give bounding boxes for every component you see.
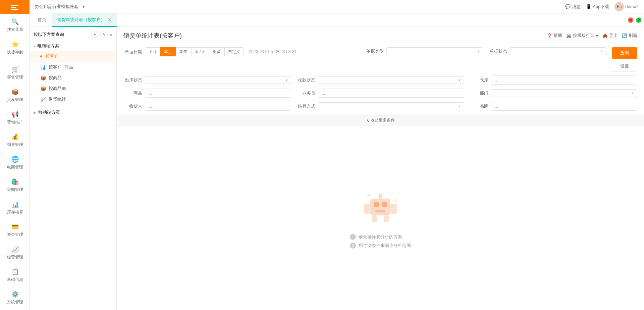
sidebar-item-quick-nav[interactable]: ⭐ 快捷导航 — [0, 37, 30, 59]
goods-select[interactable]: ... — [145, 89, 291, 98]
receiver-select[interactable]: ... — [145, 102, 291, 111]
doc-type-arrow-icon: ▾ — [478, 49, 479, 53]
settings-button[interactable]: 设置 — [612, 61, 637, 71]
print-button[interactable]: 🖨️ 按模板打印 ▾ — [566, 33, 598, 39]
date-btn-last-month[interactable]: 上月 — [145, 47, 160, 56]
doc-type-label: 单据类型 — [365, 48, 384, 54]
collapse-panel-button[interactable]: « — [110, 32, 112, 37]
topbar-title: 办公用品行业模拟账套 — [35, 4, 78, 10]
sales-mgmt-icon: 💰 — [11, 133, 19, 141]
user-profile-button[interactable]: Ea demo2 — [614, 2, 639, 11]
sidebar-item-marketing[interactable]: 📢 营销推广 — [0, 107, 30, 129]
export-button[interactable]: 📤 导出 — [602, 33, 618, 39]
goods-icon: 📦 — [40, 75, 46, 81]
purchase-mgmt-icon: 🛍️ — [11, 178, 19, 186]
tree-item-by-customer-goods-label: 按客户+商品 — [49, 64, 73, 70]
finance-mgmt-icon: 💳 — [11, 223, 19, 230]
tab-close-button[interactable]: ✕ — [108, 17, 112, 22]
payment-method-select[interactable]: ▾ — [318, 102, 464, 110]
warehouse-label: 仓库 — [470, 77, 488, 83]
collapse-bar[interactable]: ∧ 收起更多条件 — [117, 115, 644, 125]
tab-sales-stats[interactable]: 销货单统计表（按客户） ✕ — [52, 13, 117, 27]
sidebar-item-search-menu[interactable]: 🔍 搜索菜单 — [0, 14, 30, 37]
tree-item-by-customer-goods[interactable]: 📊 按客户+商品 — [30, 62, 116, 72]
sidebar-item-purchase-mgmt[interactable]: 🛍️ 采购管理 — [0, 174, 30, 197]
empty-tips: 1 请先选择要分析的方案 2 用过滤条件来缩小分析范围 — [350, 234, 411, 249]
tree-item-return-stats-label: 退货统计 — [49, 96, 66, 102]
page-header: 销货单统计表(按客户) ❓ 帮助 🖨️ 按模板打印 ▾ 📤 导出 — [117, 27, 644, 43]
inventory-check-icon: 📊 — [11, 201, 19, 208]
tree-group-desktop-label: 电脑端方案 — [37, 43, 59, 49]
doc-status-label: 单据状态 — [488, 48, 507, 54]
sidebar-item-finance-mgmt[interactable]: 💳 资金管理 — [0, 219, 30, 242]
tree-group-mobile-header[interactable]: ▶ 移动端方案 — [30, 107, 116, 117]
sidebar-item-operation-mgmt[interactable]: 📈 经营管理 — [0, 242, 30, 264]
salesman-label: 业务员 — [297, 90, 315, 96]
sidebar-item-basic-info[interactable]: 📋 基础信息 — [0, 264, 30, 287]
warehouse-select[interactable]: ... — [491, 75, 637, 85]
out-status-select[interactable]: ▾ — [145, 76, 291, 84]
marketing-icon: 📢 — [11, 111, 19, 118]
sidebar: 🔍 搜索菜单 ⭐ 快捷导航 🛒 零售管理 📦 批发管理 📢 营销推广 💰 销售管… — [0, 0, 30, 310]
dept-select[interactable]: ▾ — [491, 89, 637, 97]
tree-item-by-goods-99-label: 按商品99 — [49, 86, 66, 92]
payment-arrow-icon: ▾ — [459, 104, 461, 108]
content-area: 按以下方案查询 + ✎ « ▾ 电脑端方案 按客户 📊 按客 — [30, 27, 644, 310]
help-button[interactable]: ❓ 帮助 — [547, 33, 562, 39]
tree-item-by-goods[interactable]: 📦 按商品 — [30, 72, 116, 83]
dept-label: 部门 — [470, 90, 488, 96]
main-area: 办公用品行业模拟账套 ▾ 💬 消息 📱 App下载 Ea demo2 首页 — [30, 0, 644, 310]
sidebar-item-ecommerce-mgmt[interactable]: 🌐 电商管理 — [0, 152, 30, 174]
date-btn-this-year[interactable]: 本年 — [176, 47, 191, 56]
print-dropdown-icon: ▾ — [596, 33, 598, 38]
topbar-dropdown[interactable]: ▾ — [83, 4, 85, 9]
topbar-right: 💬 消息 📱 App下载 Ea demo2 — [565, 2, 639, 11]
refresh-button[interactable]: 🔄 刷新 — [622, 33, 637, 39]
salesman-select[interactable]: ... — [318, 89, 464, 98]
sidebar-item-retail-mgmt[interactable]: 🛒 零售管理 — [0, 62, 30, 84]
sidebar-item-sales-mgmt[interactable]: 💰 销售管理 — [0, 129, 30, 152]
sidebar-item-wholesale-mgmt[interactable]: 📦 批发管理 — [0, 84, 30, 107]
active-indicator — [40, 55, 42, 57]
doc-status-select[interactable]: ▾ — [510, 47, 606, 55]
tab-home[interactable]: 首页 — [32, 13, 52, 27]
tree-group-mobile: ▶ 移动端方案 — [30, 107, 116, 120]
tree-item-by-customer-label: 按客户 — [46, 53, 59, 59]
app-download-button[interactable]: 📱 App下载 — [586, 4, 609, 10]
svg-rect-6 — [390, 204, 397, 214]
left-panel-actions: + ✎ « — [91, 31, 112, 38]
collect-status-select[interactable]: ▾ — [318, 76, 464, 84]
search-menu-icon: 🔍 — [11, 18, 19, 25]
window-close-button[interactable]: ✕ — [628, 17, 633, 23]
query-button[interactable]: 查询 — [612, 47, 637, 59]
message-button[interactable]: 💬 消息 — [565, 4, 581, 10]
sidebar-item-system-mgmt[interactable]: ⚙️ 系统管理 — [0, 287, 30, 309]
message-icon: 💬 — [565, 4, 571, 9]
date-btn-last-7-days[interactable]: 近7天 — [191, 47, 209, 56]
sidebar-item-inventory-check[interactable]: 📊 库存核算 — [0, 197, 30, 219]
doc-type-select[interactable]: ▾ — [386, 47, 483, 55]
tree-group-desktop: ▾ 电脑端方案 按客户 📊 按客户+商品 📦 按商品 📦 按商品99 — [30, 41, 116, 107]
tree-group-mobile-label: 移动端方案 — [38, 109, 60, 115]
tree-item-by-goods-99[interactable]: 📦 按商品99 — [30, 83, 116, 94]
date-btn-more[interactable]: 更多 — [209, 47, 224, 56]
date-btn-this-month[interactable]: 本月 — [160, 47, 176, 56]
tip-text-2: 用过滤条件来缩小分析范围 — [359, 243, 411, 249]
window-maximize-button[interactable]: ⤢ — [636, 17, 641, 23]
tree-group-desktop-header[interactable]: ▾ 电脑端方案 — [30, 41, 116, 51]
svg-rect-1 — [374, 202, 379, 207]
add-scheme-button[interactable]: + — [91, 31, 98, 38]
edit-scheme-button[interactable]: ✎ — [100, 31, 108, 38]
tree-item-by-customer[interactable]: 按客户 — [30, 51, 116, 62]
date-btn-custom[interactable]: 自定义 — [224, 47, 244, 56]
brand-select[interactable]: ... — [491, 102, 637, 111]
svg-point-9 — [367, 194, 370, 197]
tree-item-return-stats[interactable]: 📈 退货统计 — [30, 94, 116, 105]
doc-status-arrow-icon: ▾ — [601, 49, 603, 53]
svg-rect-5 — [364, 204, 370, 214]
page-title: 销货单统计表(按客户) — [123, 32, 182, 40]
svg-point-10 — [391, 193, 393, 195]
left-panel-title: 按以下方案查询 — [34, 32, 64, 38]
svg-point-11 — [394, 199, 397, 202]
date-options-group: 上月 本月 本年 近7天 更多 自定义 — [145, 47, 244, 56]
